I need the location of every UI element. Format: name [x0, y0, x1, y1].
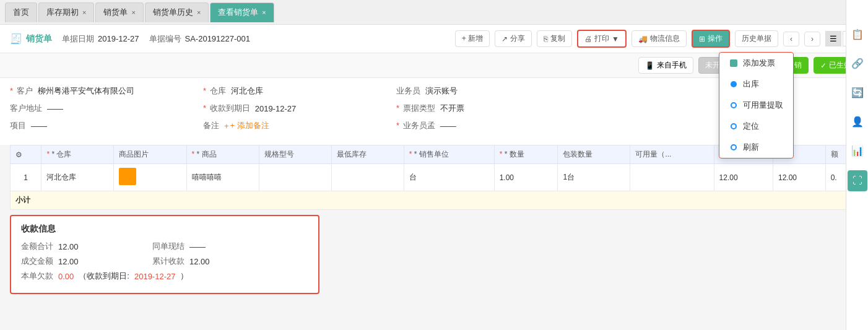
logistics-button[interactable]: 🚚 物流信息	[631, 30, 687, 47]
share-icon: ↗	[501, 35, 508, 43]
nav-next-button[interactable]: ›	[804, 32, 820, 46]
doc-title-text: 销货单	[26, 33, 52, 45]
warehouse-field: * 仓库 河北仓库	[203, 85, 376, 97]
from-mobile-label: 来自手机	[657, 60, 687, 71]
print-icon: 🖨	[584, 35, 592, 43]
tab-sales-order-close[interactable]: ×	[131, 9, 135, 16]
doc-number-group: 单据编号 SA-20191227-001	[149, 33, 251, 45]
tab-sales-history[interactable]: 销货单历史 ×	[145, 2, 209, 22]
doc-meta: 单据日期 2019-12-27 单据编号 SA-20191227-001	[62, 33, 445, 45]
tab-sales-history-close[interactable]: ×	[197, 9, 201, 16]
same-order-settlement-value: ——	[189, 242, 206, 251]
mobile-icon: 📱	[645, 61, 654, 70]
row-unit-price: 12.00	[773, 164, 825, 191]
tab-inventory-init[interactable]: 库存期初 ×	[38, 2, 94, 22]
sidebar-icon-5[interactable]: 📊	[848, 141, 867, 160]
this-order-owed-value: 0.00	[58, 272, 74, 281]
customer-value: 柳州粤港平安气体有限公司	[38, 85, 134, 97]
copy-button-label: 复制	[550, 33, 565, 44]
row-available	[630, 164, 714, 191]
tab-check-sales[interactable]: 查看销货单 ×	[210, 2, 274, 22]
subtotal-label: 小计	[11, 191, 858, 210]
history-button[interactable]: 历史单据	[735, 30, 778, 47]
list-view-button[interactable]: ☰	[825, 31, 841, 46]
this-order-owed-item: 本单欠款 0.00 （收款到期日: 2019-12-27 ）	[21, 271, 188, 282]
share-button[interactable]: ↗ 分享	[495, 30, 532, 47]
tab-sales-order[interactable]: 销货单 ×	[95, 2, 143, 22]
sidebar-icon-3[interactable]: 🔄	[848, 83, 867, 102]
col-available: 可用量（...	[630, 145, 714, 164]
refresh-item[interactable]: 刷新	[719, 137, 793, 158]
print-button[interactable]: 🖨 打印 ▼	[577, 30, 627, 48]
address-value: ——	[47, 104, 63, 113]
locate-item[interactable]: 定位	[719, 116, 793, 137]
cumulative-payment-item: 累计收款 12.00	[152, 256, 264, 267]
sidebar-icon-2[interactable]: 🔗	[848, 54, 867, 73]
payment-due-text: （收款到期日:	[79, 271, 129, 282]
tab-sales-history-label: 销货单历史	[153, 7, 193, 18]
project-label: 项目	[10, 120, 26, 131]
row-pack-qty: 1台	[558, 164, 630, 191]
add-invoice-item[interactable]: 添加发票	[719, 53, 793, 74]
product-image	[119, 168, 136, 185]
sidebar-icon-6[interactable]: ⛶	[848, 170, 867, 191]
tab-home[interactable]: 首页	[5, 2, 37, 22]
total-amount-label: 金额合计	[21, 241, 53, 252]
operations-dropdown: 添加发票 出库 可用量提取 定位 刷新	[719, 52, 794, 158]
transaction-amount-item: 成交金额 12.00	[21, 256, 132, 267]
row-sales-unit: 台	[404, 164, 494, 191]
row-min-stock	[331, 164, 404, 191]
col-warehouse: * * 仓库	[41, 145, 114, 164]
subtotal-row: 小计	[11, 191, 858, 210]
nav-prev-button[interactable]: ‹	[783, 32, 799, 46]
add-note-icon: +	[224, 121, 229, 131]
project-field: 项目 ——	[10, 120, 183, 131]
copy-button[interactable]: ⎘ 复制	[537, 30, 572, 47]
same-order-settlement-item: 同单现结 ——	[152, 241, 264, 252]
col-gear: ⚙	[11, 145, 41, 164]
sales-staff-value: ——	[440, 121, 456, 131]
new-button[interactable]: + 新增	[455, 30, 490, 47]
tab-check-sales-close[interactable]: ×	[262, 9, 266, 16]
add-invoice-label: 添加发票	[743, 58, 775, 69]
add-invoice-icon	[729, 59, 738, 67]
doc-actions: + 新增 ↗ 分享 ⎘ 复制 🖨 打印 ▼ 🚚 物流信息	[455, 30, 858, 48]
note-add-button[interactable]: + + 添加备注	[224, 120, 269, 131]
payment-due-end: ）	[180, 271, 188, 282]
locate-icon	[729, 122, 738, 131]
tab-inventory-init-close[interactable]: ×	[82, 9, 86, 16]
staff-value: 演示账号	[425, 85, 458, 97]
operations-button[interactable]: ⊞ 操作	[692, 30, 730, 48]
payment-date-field: * 收款到期日 2019-12-27	[203, 103, 376, 114]
refresh-label: 刷新	[743, 142, 759, 153]
project-value: ——	[31, 121, 47, 131]
sidebar-icon-4[interactable]: 👤	[848, 112, 867, 131]
right-sidebar: 📋 🔗 🔄 👤 📊 ⛶	[846, 0, 868, 299]
gear-icon[interactable]: ⚙	[15, 150, 22, 159]
outbound-item[interactable]: 出库	[719, 74, 793, 95]
refresh-icon	[729, 143, 738, 152]
transaction-amount-label: 成交金额	[21, 256, 53, 267]
col-pack-qty: 包装数量	[558, 145, 630, 164]
col-product: * * 商品	[186, 145, 259, 164]
warehouse-value: 河北仓库	[231, 85, 263, 97]
doc-date-label: 单据日期	[62, 33, 94, 45]
outbound-icon	[729, 80, 738, 89]
tab-sales-order-label: 销货单	[103, 7, 128, 18]
available-qty-item[interactable]: 可用量提取	[719, 95, 793, 116]
summary-row-2: 成交金额 12.00 累计收款 12.00	[21, 256, 308, 267]
new-button-label: + 新增	[462, 33, 483, 44]
row-product-img	[114, 164, 186, 191]
operations-icon: ⊞	[699, 35, 705, 43]
from-mobile-button[interactable]: 📱 来自手机	[638, 57, 693, 74]
row-num: 1	[11, 164, 41, 191]
row-spec	[259, 164, 331, 191]
summary-row-3: 本单欠款 0.00 （收款到期日: 2019-12-27 ）	[21, 271, 308, 282]
col-quantity: * * 数量	[494, 145, 558, 164]
note-field: 备注 + + 添加备注	[203, 120, 376, 131]
sidebar-icon-1[interactable]: 📋	[848, 25, 867, 44]
customer-label: * 客户	[10, 85, 33, 97]
outbound-label: 出库	[743, 79, 759, 90]
col-product-img: 商品图片	[114, 145, 186, 164]
print-dropdown-arrow: ▼	[612, 35, 619, 43]
